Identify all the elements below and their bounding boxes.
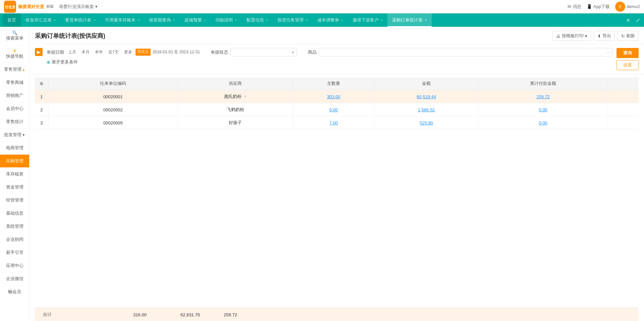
product-input-area: ··· (319, 48, 612, 56)
collapse-filter-btn[interactable]: ▶ (35, 48, 43, 56)
sidebar-item-retail-stats[interactable]: 零售统计 (0, 115, 29, 128)
paid-link-2[interactable]: 0.00 (539, 107, 547, 112)
paid-link-1[interactable]: 259.72 (536, 94, 550, 99)
user-area[interactable]: E demo2 (615, 2, 640, 12)
tab-config-info[interactable]: 配置信息 × (242, 13, 273, 27)
shortcut-more[interactable]: 更多 (122, 49, 134, 56)
shortcut-last-month[interactable]: 上月 (66, 49, 78, 56)
tab-close-icon[interactable]: × (173, 18, 175, 22)
sidebar-item-basic-info[interactable]: 基础信息 (0, 207, 29, 220)
tab-function-desc[interactable]: 功能说明 × (211, 13, 241, 27)
sidebar-item-new-guide[interactable]: 新手引导 (0, 246, 29, 259)
tab-pick-task[interactable]: 拣货任务管理 × (273, 13, 312, 27)
tab-available-stock[interactable]: 可用量库存账本 × (100, 13, 144, 27)
nav-close-btn[interactable]: ✕ (625, 16, 632, 25)
tab-order-summary[interactable]: 要货单统计表 × (60, 13, 100, 27)
sidebar-item-vip[interactable]: 畅会员 (0, 285, 29, 299)
sidebar-item-operations[interactable]: 经营管理 (0, 194, 29, 207)
sidebar-item-marketing[interactable]: 营销推广 (0, 89, 29, 102)
shortcut-this-year[interactable]: 本年 (93, 49, 105, 56)
refresh-btn[interactable]: ↻ 刷新 (618, 31, 639, 41)
amount-link-2[interactable]: 1,586.52 (418, 107, 435, 112)
tab-close-icon[interactable]: × (235, 18, 237, 22)
tab-home[interactable]: 首页 (3, 13, 21, 27)
quantity-link-3[interactable]: 7.00 (329, 120, 338, 125)
sidebar-item-ecommerce[interactable]: 电商管理 (0, 142, 29, 155)
footer-quantity: 316.00 (110, 312, 170, 317)
tab-close-icon[interactable]: × (341, 18, 343, 22)
workspace-selector[interactable]: 母婴行业演示账套 ▾ (59, 4, 98, 10)
sidebar-item-search[interactable]: 🔍 搜索菜单 (0, 27, 29, 45)
export-btn[interactable]: ⬇ 导出 (594, 31, 615, 41)
tab-close-icon[interactable]: × (54, 18, 56, 22)
status-select[interactable] (230, 48, 297, 56)
tab-cost-label: 成本调整单 (317, 17, 339, 23)
avatar-text: E (619, 4, 622, 9)
row-num-2: 2 (35, 103, 48, 116)
tab-close-icon[interactable]: × (138, 18, 140, 22)
sidebar-item-retail[interactable]: 零售管理 ▲ (0, 63, 29, 76)
table-row: 1 00020001 惠氏奶粉 ▾ 303.00 60,519.44 259.7… (35, 90, 639, 103)
tab-close-icon[interactable]: × (93, 18, 95, 22)
sidebar-item-finance[interactable]: 资金管理 (0, 181, 29, 194)
tab-close-icon[interactable]: × (266, 18, 268, 22)
sidebar-item-enterprise-collab[interactable]: 企业协同 (0, 233, 29, 246)
tab-invite[interactable]: 邀请下游客户 × (348, 13, 387, 27)
search-btn[interactable]: 查询 (616, 48, 639, 58)
tab-close-icon[interactable]: × (204, 18, 206, 22)
nav-maximize-btn[interactable]: ⤢ (634, 16, 641, 25)
tab-close-icon[interactable]: × (381, 18, 383, 22)
th-amount: 金额 (374, 77, 478, 90)
app-download-label: App下载 (593, 4, 610, 10)
sidebar-inventory-label: 库存核算 (1, 171, 28, 177)
product-search-icon[interactable]: ··· (606, 50, 610, 55)
page-area: 采购订单统计表(按供应商) 🖨 按模板打印 ▾ ⬇ 导出 ↻ 刷新 (30, 27, 644, 321)
sidebar-item-system[interactable]: 系统管理 (0, 220, 29, 233)
supplier-arrow-icon[interactable]: ▾ (244, 94, 247, 99)
shortcut-this-month[interactable]: 本月 (79, 49, 92, 56)
quantity-link-1[interactable]: 303.00 (327, 94, 340, 99)
tab-purchase-summary[interactable]: 采购订单统计表 × (387, 13, 431, 27)
amount-link-3[interactable]: 525.80 (420, 120, 433, 125)
tab-cost-adjust[interactable]: 成本调整单 × (313, 13, 348, 27)
table-body: 1 00020001 惠氏奶粉 ▾ 303.00 60,519.44 259.7… (35, 90, 639, 129)
table-footer: 合计 316.00 62,631.76 259.72 (35, 308, 639, 321)
quantity-link-2[interactable]: 6.00 (329, 107, 338, 112)
sidebar-item-member[interactable]: 会员中心 (0, 102, 29, 115)
sidebar-item-retail-mall[interactable]: 零售商城 (0, 76, 29, 89)
print-btn[interactable]: 🖨 按模板打印 ▾ (552, 31, 591, 41)
amount-link-1[interactable]: 60,519.44 (417, 94, 436, 99)
tab-expiry-query[interactable]: 保质期查询 × (144, 13, 179, 27)
row-supplier-2: 飞鹤奶粉 (178, 103, 293, 116)
row-paid-3: 0.00 (478, 116, 608, 129)
refresh-icon: ↻ (621, 34, 625, 39)
app-download-btn[interactable]: 📱 App下载 (587, 4, 610, 10)
tab-close-icon[interactable]: × (425, 18, 427, 22)
status-filter-label: 单据状态 (211, 49, 228, 55)
sidebar-item-inventory[interactable]: 库存核算 (0, 168, 29, 181)
row-code-1: 00020001 (48, 90, 178, 103)
setting-btn[interactable]: 设置 (616, 60, 639, 70)
sidebar-item-purchase[interactable]: 采购管理 (0, 155, 29, 168)
expand-more-btn[interactable]: ⊕ 展开更多条件 (47, 59, 612, 65)
paid-link-3[interactable]: 0.00 (539, 120, 547, 125)
sidebar-system-label: 系统管理 (1, 223, 28, 229)
tab-close-icon[interactable]: × (306, 18, 308, 22)
expand-more-row: ⊕ 展开更多条件 (47, 59, 612, 65)
sidebar-item-app-center[interactable]: 应用中心 (0, 259, 29, 272)
sidebar-enterprise-label: 企业协同 (1, 236, 28, 243)
sidebar-item-wholesale[interactable]: 批发管理 ▼ (0, 128, 29, 142)
tab-overstock[interactable]: 超储预警 × (180, 13, 211, 27)
shortcut-7days[interactable]: 近7天 (106, 49, 121, 56)
workspace-label: 母婴行业演示账套 (59, 4, 94, 10)
message-btn[interactable]: ✉ 消息 (568, 4, 581, 10)
sidebar-item-quick-nav[interactable]: ⚡ 快捷导航 (0, 45, 29, 63)
tab-order-summary-label: 要货单统计表 (65, 17, 91, 23)
sidebar-item-enterprise-wechat[interactable]: 企业微信 (0, 272, 29, 285)
th-paid: 累计付款金额 (478, 77, 608, 90)
product-input[interactable] (319, 48, 612, 56)
active-indicator (387, 26, 431, 27)
tab-receive-summary[interactable]: 收发存汇总表 × (21, 13, 60, 27)
custom-badge[interactable]: 自定义 (136, 49, 151, 56)
message-icon: ✉ (568, 4, 571, 9)
